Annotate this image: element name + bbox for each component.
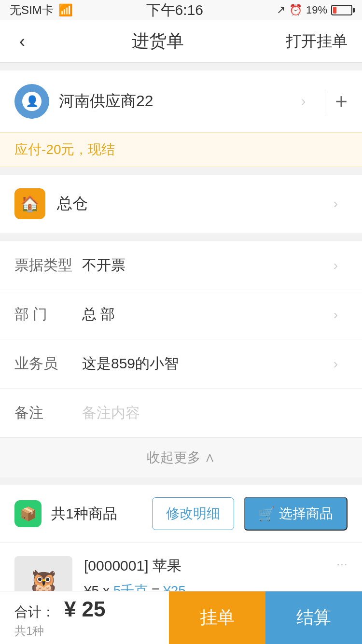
total-section: 合计： ¥ 25 共1种 xyxy=(0,597,169,639)
page-title: 进货单 xyxy=(132,29,184,53)
open-hold-button[interactable]: 打开挂单 xyxy=(286,31,348,52)
department-value: 总 部 xyxy=(82,305,334,324)
total-amount: ¥ 25 xyxy=(64,597,106,621)
hold-label: 挂单 xyxy=(200,606,235,630)
remark-placeholder: 备注内容 xyxy=(82,403,348,423)
hold-button[interactable]: 挂单 xyxy=(169,591,265,644)
form-section: 票据类型 不开票 › 部 门 总 部 › 业务员 这是859的小智 › 备注 备… xyxy=(0,240,362,437)
avatar-inner: 👤 xyxy=(22,92,42,111)
supplier-name: 河南供应商22 xyxy=(59,91,301,112)
warehouse-name: 总仓 xyxy=(57,193,334,214)
supplier-avatar: 👤 xyxy=(14,84,49,119)
back-button[interactable]: ‹ xyxy=(14,27,30,56)
warehouse-chevron-icon: › xyxy=(334,196,338,211)
checkout-button[interactable]: 结算 xyxy=(265,591,362,644)
products-header: 📦 共1种商品 修改明细 🛒 选择商品 xyxy=(0,485,362,542)
warehouse-icon: 🏠 xyxy=(14,188,45,219)
supplier-chevron-icon: › xyxy=(301,94,306,109)
products-count: 共1种商品 xyxy=(51,504,142,524)
status-bar: 无SIM卡 📶 下午6:16 ↗ ⏰ 19% xyxy=(0,0,362,20)
warehouse-section: 🏠 总仓 › xyxy=(0,175,362,233)
supplier-section: 👤 河南供应商22 › + 应付-20元，现结 xyxy=(0,70,362,167)
products-icon: 📦 xyxy=(14,500,42,527)
collapse-bar[interactable]: 收起更多 ∧ xyxy=(0,437,362,477)
select-product-button[interactable]: 🛒 选择商品 xyxy=(244,497,348,531)
select-cart-icon: 🛒 xyxy=(258,506,275,522)
gps-icon: ↗ xyxy=(277,4,285,16)
select-product-label: 选择商品 xyxy=(279,504,333,523)
ticket-type-label: 票据类型 xyxy=(14,255,82,275)
total-sub: 共1种 xyxy=(14,623,154,639)
edit-detail-button[interactable]: 修改明细 xyxy=(152,497,234,530)
department-chevron-icon: › xyxy=(334,307,338,322)
status-right: ↗ ⏰ 19% xyxy=(277,4,352,16)
battery-icon xyxy=(331,5,352,15)
wifi-icon: 📶 xyxy=(58,3,73,17)
notice-bar: 应付-20元，现结 xyxy=(0,132,362,167)
product-name: [0000001] 苹果 xyxy=(84,556,325,576)
salesperson-row[interactable]: 业务员 这是859的小智 › xyxy=(0,339,362,388)
product-code: [0000001] xyxy=(84,558,153,574)
salesperson-chevron-icon: › xyxy=(334,356,338,372)
department-row[interactable]: 部 门 总 部 › xyxy=(0,290,362,339)
notice-text: 应付-20元，现结 xyxy=(14,142,115,157)
divider xyxy=(325,89,325,113)
ticket-type-chevron-icon: › xyxy=(334,258,338,273)
checkout-label: 结算 xyxy=(296,606,331,630)
battery-percent: 19% xyxy=(306,4,327,16)
warehouse-row[interactable]: 🏠 总仓 › xyxy=(0,175,362,233)
salesperson-label: 业务员 xyxy=(14,354,82,374)
total-label: 合计： xyxy=(14,604,55,619)
alarm-icon: ⏰ xyxy=(289,4,302,16)
battery-fill xyxy=(333,7,336,14)
bottom-bar: 合计： ¥ 25 共1种 挂单 结算 xyxy=(0,591,362,644)
add-supplier-button[interactable]: + xyxy=(335,91,348,112)
remark-row[interactable]: 备注 备注内容 xyxy=(0,388,362,437)
ticket-type-row[interactable]: 票据类型 不开票 › xyxy=(0,240,362,290)
nav-bar: ‹ 进货单 打开挂单 xyxy=(0,20,362,63)
ticket-type-value: 不开票 xyxy=(82,255,334,275)
product-title: 苹果 xyxy=(153,558,181,574)
salesperson-value: 这是859的小智 xyxy=(82,354,334,374)
supplier-row[interactable]: 👤 河南供应商22 › + xyxy=(0,70,362,132)
remark-label: 备注 xyxy=(14,403,82,423)
product-more-button[interactable]: ··· xyxy=(336,556,348,572)
status-time: 下午6:16 xyxy=(146,0,203,20)
department-label: 部 门 xyxy=(14,305,82,324)
carrier-label: 无SIM卡 xyxy=(10,2,54,18)
status-left: 无SIM卡 📶 xyxy=(10,2,73,18)
collapse-label: 收起更多 ∧ xyxy=(147,450,216,465)
